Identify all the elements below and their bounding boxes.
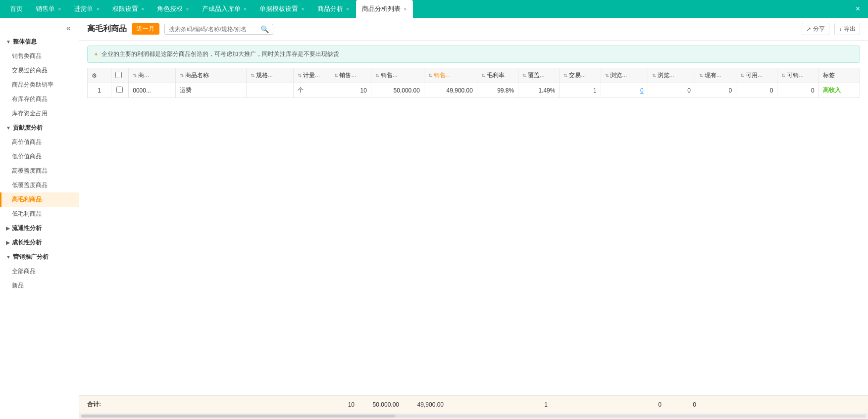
close-icon[interactable]: × <box>404 6 407 12</box>
nav-template-label: 单据模板设置 <box>259 4 298 13</box>
th-browse2[interactable]: 浏览... <box>648 68 695 83</box>
cell-sales-cost: 49,900.00 <box>424 83 477 98</box>
total-label: 合计: <box>87 400 117 409</box>
sidebar-group-overall[interactable]: ▼ 整体信息 <box>0 35 79 49</box>
table-wrapper[interactable]: ⚙ 商... 商品名称 规格... 计量... 销售... 销售... 销售..… <box>79 68 868 395</box>
th-spec[interactable]: 规格... <box>247 68 294 83</box>
close-icon[interactable]: × <box>141 6 144 12</box>
th-gross-rate[interactable]: 毛利率 <box>477 68 518 83</box>
content-header: 高毛利商品 近一月 🔍 ↗ 分享 ↓ 导出 <box>79 18 868 41</box>
th-trade[interactable]: 交易... <box>560 68 601 83</box>
close-icon[interactable]: × <box>244 6 247 12</box>
nav-sales[interactable]: 销售单 × <box>30 0 67 18</box>
footer-stock2: 0 <box>662 401 696 408</box>
th-browse1[interactable]: 浏览... <box>601 68 648 83</box>
sidebar-collapse-btn[interactable]: « <box>62 24 75 33</box>
sidebar-group-marketing[interactable]: ▼ 营销推广分析 <box>0 250 79 264</box>
sidebar-item-category-assist[interactable]: 商品分类助销率 <box>0 78 79 92</box>
nav-product-inbound-label: 产成品入库单 <box>202 4 241 13</box>
th-sellable[interactable]: 可销... <box>777 68 818 83</box>
nav-analysis-list[interactable]: 商品分析列表 × <box>356 0 412 18</box>
sidebar-group-contribution-label: 贡献度分析 <box>13 124 43 132</box>
cell-index: 1 <box>88 83 111 98</box>
th-cover[interactable]: 覆盖... <box>518 68 560 83</box>
sidebar-item-low-margin[interactable]: 低毛利商品 <box>0 207 79 221</box>
nav-template[interactable]: 单据模板设置 × <box>254 0 310 18</box>
select-all-checkbox[interactable] <box>115 72 122 78</box>
close-icon[interactable]: × <box>96 6 99 12</box>
scrollbar-track <box>81 415 866 418</box>
th-sales-amt[interactable]: 销售... <box>371 68 424 83</box>
nav-product-inbound[interactable]: 产成品入库单 × <box>196 0 253 18</box>
share-icon: ↗ <box>806 26 811 33</box>
cell-browse1[interactable]: 0 <box>601 83 648 98</box>
sidebar-group-marketing-label: 营销推广分析 <box>13 253 49 261</box>
arrow-right-icon: ▶ <box>6 240 10 245</box>
cell-stock1: 0 <box>695 83 736 98</box>
top-nav: 首页 销售单 × 进货单 × 权限设置 × 角色授权 × 产成品入库单 × 单据… <box>0 0 868 18</box>
close-icon[interactable]: × <box>301 6 304 12</box>
cell-checkbox[interactable] <box>111 83 129 98</box>
arrow-down-icon: ▼ <box>6 125 11 131</box>
settings-icon[interactable]: ⚙ <box>92 72 97 79</box>
sidebar-item-stock-capital[interactable]: 库存资金占用 <box>0 106 79 121</box>
sidebar-item-new-goods[interactable]: 新品 <box>0 279 79 293</box>
data-table: ⚙ 商... 商品名称 规格... 计量... 销售... 销售... 销售..… <box>87 68 860 98</box>
th-code[interactable]: 商... <box>129 68 176 83</box>
table-header-row: ⚙ 商... 商品名称 规格... 计量... 销售... 销售... 销售..… <box>88 68 860 83</box>
sidebar-item-low-value[interactable]: 低价值商品 <box>0 149 79 164</box>
arrow-down-icon: ▼ <box>6 39 11 45</box>
search-icon[interactable]: 🔍 <box>260 25 269 33</box>
scrollbar[interactable] <box>79 413 868 419</box>
th-unit[interactable]: 计量... <box>294 68 330 83</box>
sidebar-item-high-value[interactable]: 高价值商品 <box>0 135 79 149</box>
footer-stock1: 0 <box>627 401 662 408</box>
sidebar-group-flow[interactable]: ▶ 流通性分析 <box>0 221 79 235</box>
sidebar-group-contribution[interactable]: ▼ 贡献度分析 <box>0 121 79 135</box>
footer-sales-cost: 49,900.00 <box>399 401 444 408</box>
nav-permission[interactable]: 权限设置 × <box>106 0 150 18</box>
nav-close-all[interactable]: × <box>852 4 864 13</box>
nav-role[interactable]: 角色授权 × <box>151 0 195 18</box>
cell-name: 运费 <box>176 83 247 98</box>
arrow-down-icon: ▼ <box>6 254 11 260</box>
sidebar-item-high-margin[interactable]: 高毛利商品 <box>0 192 79 207</box>
search-input[interactable] <box>169 26 260 33</box>
th-sales-qty[interactable]: 销售... <box>330 68 371 83</box>
th-stock1[interactable]: 现有... <box>695 68 736 83</box>
th-tag[interactable]: 标签 <box>818 68 860 83</box>
content-area: 高毛利商品 近一月 🔍 ↗ 分享 ↓ 导出 ✦ 企业的主要的利润都是这部分商品创… <box>79 18 868 419</box>
th-sales-cost[interactable]: 销售... <box>424 68 477 83</box>
cell-code: 0000... <box>129 83 176 98</box>
th-name[interactable]: 商品名称 <box>176 68 247 83</box>
close-icon[interactable]: × <box>346 6 349 12</box>
sidebar: « ▼ 整体信息 销售类商品 交易过的商品 商品分类助销率 有库存的商品 库存资… <box>0 18 79 419</box>
page-title: 高毛利商品 <box>87 24 127 34</box>
close-icon[interactable]: × <box>58 6 61 12</box>
cell-cover: 1.49% <box>518 83 560 98</box>
nav-home[interactable]: 首页 <box>4 0 29 18</box>
nav-analysis[interactable]: 商品分析 × <box>311 0 355 18</box>
share-button[interactable]: ↗ 分享 <box>802 23 829 35</box>
sidebar-item-sales-goods[interactable]: 销售类商品 <box>0 49 79 63</box>
sidebar-group-growth[interactable]: ▶ 成长性分析 <box>0 235 79 250</box>
sidebar-item-high-coverage[interactable]: 高覆盖度商品 <box>0 164 79 178</box>
nav-purchase-label: 进货单 <box>74 4 93 13</box>
close-icon[interactable]: × <box>186 6 189 12</box>
sidebar-item-traded-goods[interactable]: 交易过的商品 <box>0 63 79 78</box>
cell-spec <box>247 83 294 98</box>
search-box: 🔍 <box>164 24 273 35</box>
sidebar-item-low-coverage[interactable]: 低覆盖度商品 <box>0 178 79 192</box>
sidebar-item-stocked-goods[interactable]: 有库存的商品 <box>0 92 79 106</box>
th-stock2[interactable]: 可用... <box>736 68 777 83</box>
nav-home-label: 首页 <box>10 4 23 13</box>
arrow-right-icon: ▶ <box>6 226 10 231</box>
sidebar-item-all-goods[interactable]: 全部商品 <box>0 264 79 279</box>
footer-bar: 合计: 10 50,000.00 49,900.00 1 0 0 <box>79 395 868 413</box>
export-button[interactable]: ↓ 导出 <box>834 23 860 35</box>
sidebar-group-flow-label: 流通性分析 <box>12 224 42 233</box>
scrollbar-thumb[interactable] <box>81 415 395 418</box>
time-filter-button[interactable]: 近一月 <box>132 23 159 35</box>
info-text: 企业的主要的利润都是这部分商品创造的，可考虑加大推广，同时关注库存是不要出现缺货 <box>102 50 339 58</box>
nav-purchase[interactable]: 进货单 × <box>68 0 105 18</box>
